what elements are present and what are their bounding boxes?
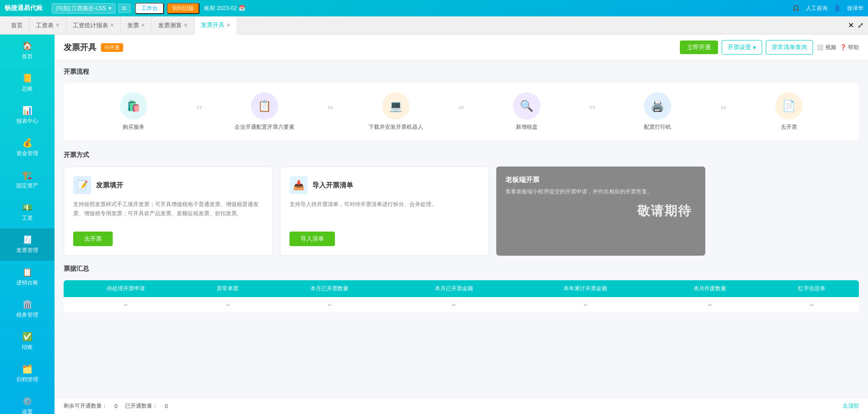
flow-arrow-1: ›› (196, 102, 202, 121)
goto-top-button[interactable]: 去顶部 (843, 402, 859, 410)
table-row: -- -- -- -- -- -- -- (64, 297, 859, 313)
tab-invoice-label: 发票 (127, 21, 139, 30)
import-list-desc: 支持导入待开票清单，可对待开票清单进行拆分、合并处理。 (289, 200, 479, 222)
goto-issue-button[interactable]: 去开票 (73, 232, 113, 246)
tab-salary-report-close[interactable]: ✕ (110, 22, 114, 28)
sidebar-item-purchase[interactable]: 📋 进销台账 (0, 261, 55, 293)
top-bar: 畅捷通易代账 (勾划) 江西服垒-LSS ▾ ⧉ 工作台 切到旧版 账期 202… (0, 0, 868, 16)
boss-card-watermark: 敬请期待 (637, 202, 692, 220)
step-label-3: 下载并安装开票机器人 (369, 123, 423, 131)
step-label-1: 购买服务 (123, 123, 145, 131)
company-label: (勾划) 江西服垒-LSS (56, 5, 106, 12)
step-label-4: 新增税盘 (516, 123, 538, 131)
checkout-icon: ✅ (22, 332, 32, 342)
workspace-button[interactable]: 工作台 (135, 3, 164, 14)
sidebar-item-purchase-label: 进销台账 (16, 279, 38, 287)
flow-arrow-3: ›› (459, 102, 464, 121)
help-label: ❓ 帮助 (840, 44, 859, 51)
step-icon-2: 📋 (251, 92, 278, 120)
app-logo: 畅捷通易代账 (5, 4, 43, 12)
tab-home[interactable]: 首页 (5, 16, 30, 34)
sidebar-item-archive[interactable]: 🗂️ 归档管理 (0, 358, 55, 390)
summary-table-header-row: 待处理开票申请 异常单票 本月已开票数量 本月已开票金额 本年累计开票金额 本月… (64, 280, 859, 297)
tab-salary-table[interactable]: 工资表 ✕ (30, 16, 66, 34)
archive-icon: 🗂️ (22, 364, 32, 374)
issue-invoice-icon: 📄 (782, 100, 796, 112)
cell-pending: -- (64, 297, 188, 313)
tab-salary-report[interactable]: 工资统计报表 ✕ (66, 16, 121, 34)
sidebar-item-salary-label: 工资 (22, 214, 33, 222)
flow-step-4: 🔍 新增税盘 (466, 92, 588, 131)
tab-close-all-icon[interactable]: ✕ (848, 21, 854, 30)
sidebar-item-ledger[interactable]: 📒 总账 (0, 67, 55, 99)
tab-invoice-calc-close[interactable]: ✕ (184, 22, 188, 28)
import-list-title: 导入开票清单 (312, 181, 353, 190)
tab-expand-icon[interactable]: ⤢ (858, 21, 863, 30)
tab-controls: ✕ ⤢ (848, 21, 868, 30)
status-badge: 待开通 (101, 43, 123, 52)
step-icon-5: 🖨️ (644, 92, 671, 120)
switch-version-button[interactable]: 切到旧版 (167, 3, 200, 14)
sidebar-item-invoice-label: 发票管理 (16, 247, 38, 254)
query-button[interactable]: 异常清单查询 (766, 40, 813, 55)
sidebar-item-checkout[interactable]: ✅ 结账 (0, 325, 55, 358)
sidebar-item-funds[interactable]: 💰 资金管理 (0, 131, 55, 164)
flow-step-2: 📋 企业开通配置开票六要素 (204, 92, 325, 131)
tab-invoice-issue-close[interactable]: ✕ (226, 22, 230, 28)
bottom-bar: 剩余可开通数量： 0 已开通数量： 0 去顶部 (55, 398, 868, 414)
sidebar-item-tax[interactable]: 🏛️ 税务管理 (0, 293, 55, 325)
sidebar-item-tax-label: 税务管理 (16, 311, 38, 319)
summary-section-title: 票据汇总 (64, 265, 859, 273)
import-list-card: 📥 导入开票清单 支持导入待开票清单，可对待开票清单进行拆分、合并处理。 导入清… (280, 167, 489, 256)
cell-year-amount: -- (516, 297, 655, 313)
tax-icon: 🏛️ (22, 299, 32, 309)
sidebar-item-invoice[interactable]: 🧾 发票管理 (0, 228, 55, 261)
tab-invoice-calc-label: 发票测算 (158, 21, 182, 30)
sidebar-item-assets[interactable]: 🏗️ 固定资产 (0, 164, 55, 196)
open-now-button[interactable]: 立即开通 (680, 40, 718, 54)
tab-invoice-calc[interactable]: 发票测算 ✕ (152, 16, 195, 34)
salary-icon: 💵 (22, 202, 32, 212)
taxdisk-icon: 🔍 (520, 100, 534, 112)
tab-invoice[interactable]: 发票 ✕ (121, 16, 152, 34)
flow-arrow-5: ›› (721, 102, 726, 121)
step-icon-6: 📄 (775, 92, 803, 120)
import-list-button[interactable]: 导入清单 (289, 232, 335, 246)
step-icon-3: 💻 (382, 92, 409, 120)
sidebar-item-settings[interactable]: ⚙️ 设置 (0, 390, 55, 414)
step-label-2: 企业开通配置开票六要素 (234, 123, 294, 131)
opened-value: 0 (165, 403, 168, 409)
opened-label: 已开通数量： (125, 402, 158, 410)
sidebar-item-archive-label: 归档管理 (16, 376, 38, 384)
page-header-actions: 立即开通 开票设置 ▾ 异常清单查询 ⬜ 视频 ❓ 帮助 (680, 40, 859, 55)
cell-month-count: -- (267, 297, 391, 313)
tab-invoice-close[interactable]: ✕ (141, 22, 145, 28)
config-icon: 📋 (258, 100, 271, 112)
col-pending: 待处理开票申请 (64, 280, 188, 297)
open-settings-button[interactable]: 开票设置 ▾ (722, 40, 762, 55)
boss-card: 老板端开票 查看老板端小程序提交的开票申请，并作出相应的开票答复。 敬请期待 (496, 167, 705, 256)
buy-service-icon: 🛍️ (127, 100, 140, 112)
main-layout: 🏠 首页 📒 总账 📊 报表中心 💰 资金管理 🏗️ 固定资产 💵 工资 🧾 发… (0, 35, 868, 414)
tab-salary-report-label: 工资统计报表 (73, 21, 108, 30)
printer-icon: 🖨️ (651, 100, 664, 112)
service-label[interactable]: 人工咨询 (806, 5, 828, 12)
step-icon-1: 🛍️ (120, 92, 147, 120)
company-selector[interactable]: (勾划) 江西服垒-LSS ▾ (52, 3, 115, 14)
invoice-icon: 🧾 (22, 235, 32, 245)
assets-icon: 🏗️ (22, 170, 32, 180)
top-right-actions: 🎧 人工咨询 👤 徐泽华 (793, 5, 863, 12)
user-label[interactable]: 徐泽华 (847, 5, 863, 12)
summary-section: 待处理开票申请 异常单票 本月已开票数量 本月已开票金额 本年累计开票金额 本月… (64, 280, 859, 313)
sidebar-item-ledger-label: 总账 (22, 85, 33, 93)
tab-invoice-issue[interactable]: 发票开具 ✕ (195, 17, 237, 35)
sidebar-item-salary[interactable]: 💵 工资 (0, 196, 55, 228)
calendar-icon[interactable]: 📅 (239, 5, 245, 11)
sidebar-item-reports[interactable]: 📊 报表中心 (0, 99, 55, 131)
import-list-icon: 📥 (289, 176, 308, 194)
copy-button[interactable]: ⧉ (118, 4, 130, 13)
sidebar-item-assets-label: 固定资产 (16, 182, 38, 190)
sidebar-item-home[interactable]: 🏠 首页 (0, 35, 55, 67)
manual-fill-desc: 支持按照发票样式手工填开发票；可开具增值税电子普通发票、增值税普通发票、增值税专… (73, 200, 263, 222)
tab-salary-table-close[interactable]: ✕ (55, 22, 60, 28)
